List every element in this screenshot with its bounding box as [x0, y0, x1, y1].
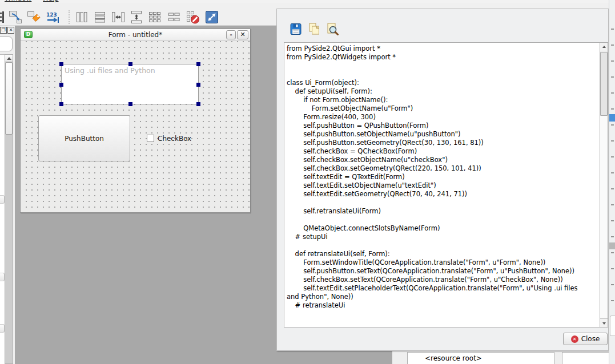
widget-category-header[interactable]	[0, 195, 5, 204]
close-button-label: Close	[581, 335, 600, 343]
code-line: from PySide2.QtWidgets import *	[287, 53, 600, 62]
widget-box-dock: ❐ ✕	[0, 26, 15, 364]
edit-buddies-icon[interactable]	[26, 10, 41, 25]
resize-handle[interactable]	[59, 62, 63, 66]
form-canvas[interactable]: Using .ui files and Python PushButton Ch…	[21, 41, 250, 212]
right-panel-edge	[609, 0, 615, 364]
resize-handle[interactable]	[128, 62, 132, 66]
close-button[interactable]: ✕ Close	[563, 333, 608, 345]
code-line: self.retranslateUi(Form)	[287, 207, 600, 216]
code-line	[287, 70, 600, 79]
code-line	[287, 62, 600, 70]
code-line: self.textEdit.setGeometry(QRect(70, 40, …	[287, 190, 600, 199]
layout-vertical-icon[interactable]	[93, 10, 107, 25]
code-line: QMetaObject.connectSlotsByName(Form)	[287, 224, 600, 233]
widget-category-header[interactable]	[0, 273, 5, 281]
code-line: Form.setWindowTitle(QCoreApplication.tra…	[287, 258, 600, 267]
code-line: self.pushButton.setObjectName(u"pushButt…	[287, 130, 600, 139]
menu-help[interactable]: Help	[43, 0, 58, 2]
edit-widgets-icon[interactable]	[0, 10, 6, 25]
code-line: self.checkBox.setText(QCoreApplication.t…	[287, 276, 600, 284]
resize-handle[interactable]	[196, 83, 200, 87]
code-line: if not Form.objectName():	[287, 96, 600, 104]
panel-edge-box	[610, 316, 615, 336]
svg-text:123: 123	[46, 12, 57, 18]
adjust-size-icon[interactable]	[204, 10, 219, 25]
form-window-titlebar[interactable]: D Form - untitled* - ✕	[21, 29, 250, 41]
code-line: self.textEdit.setObjectName(u"textEdit")	[287, 181, 600, 190]
selected-row-edge	[609, 114, 615, 122]
checkbox-label: CheckBox	[158, 135, 191, 143]
code-line: self.pushButton = QPushButton(Form)	[287, 122, 600, 130]
textedit-widget[interactable]: Using .ui files and Python	[61, 64, 199, 104]
resize-handle[interactable]	[128, 102, 132, 106]
layout-vertical-splitter-icon[interactable]	[129, 10, 144, 25]
checkbox-widget[interactable]: CheckBox	[147, 127, 204, 150]
code-line: self.pushButton.setGeometry(QRect(30, 13…	[287, 139, 600, 147]
menu-window[interactable]: Window	[5, 0, 31, 2]
code-view[interactable]: from PySide2.QtGui import *from PySide2.…	[284, 42, 608, 327]
code-line: from PySide2.QtGui import *	[287, 45, 600, 53]
header-row-edge	[609, 242, 615, 249]
scroll-up-icon[interactable]	[5, 55, 13, 62]
scroll-up-icon[interactable]	[600, 43, 608, 51]
code-line: class Ui_Form(object):	[287, 79, 600, 87]
resize-handle[interactable]	[196, 102, 200, 106]
find-icon[interactable]	[325, 22, 339, 36]
copy-icon[interactable]	[307, 22, 321, 36]
widget-category-header[interactable]	[0, 324, 5, 333]
form-window-title: Form - untitled*	[21, 31, 250, 39]
code-line: self.textEdit = QTextEdit(Form)	[287, 173, 600, 181]
dock-float-icon[interactable]: ❐	[0, 27, 7, 34]
code-line: def setupUi(self, Form):	[287, 87, 600, 96]
scrollbar-thumb[interactable]	[600, 52, 608, 116]
pushbutton-widget[interactable]: PushButton	[38, 115, 130, 161]
widget-filter-input[interactable]	[0, 37, 13, 51]
code-line	[287, 216, 600, 224]
code-scrollbar[interactable]	[600, 43, 608, 327]
code-line: self.checkBox = QCheckBox(Form)	[287, 147, 600, 156]
edit-signals-slots-icon[interactable]	[8, 10, 23, 25]
code-text: from PySide2.QtGui import *from PySide2.…	[284, 43, 600, 327]
close-circle-icon: ✕	[571, 335, 578, 343]
layout-horizontal-icon[interactable]	[74, 10, 89, 25]
close-window-button[interactable]: ✕	[237, 30, 248, 39]
code-line: # setupUi	[287, 233, 600, 241]
pushbutton-label: PushButton	[65, 135, 104, 143]
code-line: self.checkBox.setGeometry(QRect(220, 150…	[287, 164, 600, 173]
scroll-down-icon[interactable]	[600, 318, 608, 327]
widget-box-scrollbar[interactable]	[5, 54, 13, 364]
minimize-button[interactable]: -	[226, 30, 236, 39]
code-line: Form.setObjectName(u"Form")	[287, 104, 600, 113]
layout-form-icon[interactable]	[167, 10, 182, 25]
toolbar-separator	[69, 10, 70, 24]
code-line: self.textEdit.setPlaceholderText(QCoreAp…	[287, 284, 600, 293]
code-line: self.checkBox.setObjectName(u"checkBox")	[287, 156, 600, 164]
code-line: and Python", None))	[287, 293, 600, 301]
widget-box-list[interactable]	[0, 54, 5, 364]
checkbox-box[interactable]	[147, 135, 154, 142]
resource-browser-panel-right	[562, 352, 615, 364]
resize-handle[interactable]	[196, 62, 200, 66]
form-designer-window[interactable]: D Form - untitled* - ✕ Using .ui files a…	[20, 29, 251, 213]
tree-branch-marks	[611, 29, 614, 314]
code-line: def retranslateUi(self, Form):	[287, 250, 600, 258]
save-icon[interactable]	[289, 22, 303, 36]
break-layout-icon[interactable]	[185, 10, 200, 25]
edit-tab-order-icon[interactable]: 123	[45, 10, 59, 25]
code-line	[287, 241, 600, 250]
resize-handle[interactable]	[59, 102, 63, 106]
code-line	[287, 199, 600, 207]
layout-horizontal-splitter-icon[interactable]	[111, 10, 126, 25]
code-line: self.pushButton.setText(QCoreApplication…	[287, 267, 600, 276]
textedit-placeholder: Using .ui files and Python	[65, 66, 155, 75]
resource-root-item[interactable]: <resource root>	[425, 354, 482, 362]
layout-grid-icon[interactable]	[147, 10, 162, 25]
resize-handle[interactable]	[59, 83, 63, 87]
scrollbar-thumb[interactable]	[5, 62, 13, 135]
code-line: # retranslateUi	[287, 301, 600, 310]
dock-close-icon[interactable]: ✕	[7, 27, 14, 34]
resource-browser-panel: <resource root>	[407, 352, 554, 364]
code-preview-dialog: from PySide2.QtGui import *from PySide2.…	[276, 9, 609, 351]
code-line: Form.resize(400, 300)	[287, 113, 600, 122]
